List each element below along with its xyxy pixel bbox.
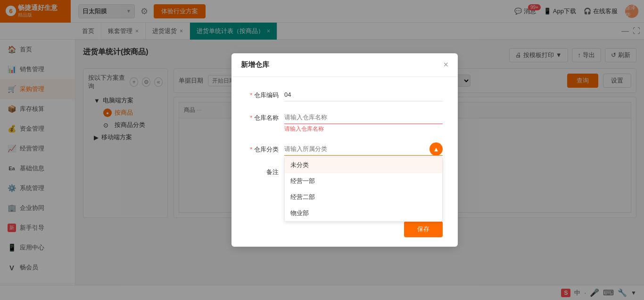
category-control: ▲ 未分类 经营一部 经营二部 物业部 [284,142,443,156]
modal-header: 新增仓库 × [231,53,458,77]
dropdown-item-ops2[interactable]: 经营二部 [285,189,442,205]
dropdown-item-property[interactable]: 物业部 [285,205,442,221]
form-row-name: 仓库名称 请输入仓库名称 [247,111,443,133]
category-label: 仓库分类 [247,142,284,154]
dropdown-item-ops1[interactable]: 经营一部 [285,173,442,189]
category-input[interactable] [284,142,443,156]
name-control: 请输入仓库名称 [284,111,443,133]
notes-label: 备注 [247,165,284,176]
name-input[interactable] [284,111,443,124]
name-label: 仓库名称 [247,111,284,122]
dropdown-item-none[interactable]: 未分类 [285,157,442,173]
form-row-code: 仓库编码 [247,88,443,101]
category-dropdown-btn[interactable]: ▲ [429,142,443,156]
modal-title: 新增仓库 [241,60,269,69]
form-row-category: 仓库分类 ▲ 未分类 经营一部 经营二部 物业部 [247,142,443,156]
modal-body: 仓库编码 仓库名称 请输入仓库名称 仓库分类 ▲ 未分类 [231,77,458,216]
modal-close-btn[interactable]: × [443,60,448,70]
code-input[interactable] [284,88,443,101]
code-label: 仓库编码 [247,88,284,100]
category-input-wrapper: ▲ [284,142,443,156]
save-btn[interactable]: 保存 [404,221,443,237]
name-error-msg: 请输入仓库名称 [284,125,443,133]
category-dropdown-list: 未分类 经营一部 经营二部 物业部 [284,157,443,222]
code-control [284,88,443,101]
modal-add-warehouse: 新增仓库 × 仓库编码 仓库名称 请输入仓库名称 仓库分类 ▲ [231,53,458,247]
